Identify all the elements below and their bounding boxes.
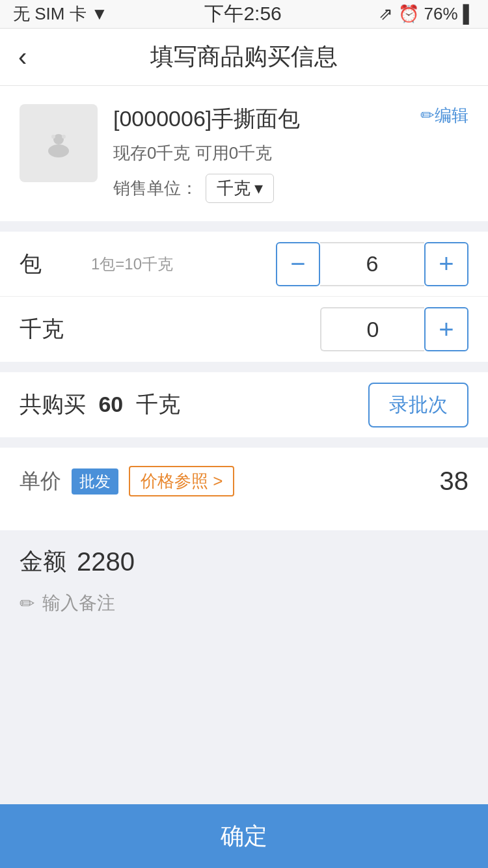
location-icon: ⇗ (379, 4, 393, 24)
kg-controls: + (320, 307, 468, 351)
price-badge: 批发 (72, 468, 118, 495)
status-time: 下午2:56 (204, 1, 281, 27)
confirm-button[interactable]: 确定 (221, 821, 267, 852)
kg-plus-button[interactable]: + (424, 307, 468, 351)
kg-label: 千克 (20, 314, 85, 344)
status-bar: 无 SIM 卡 ▼ 下午2:56 ⇗ ⏰ 76% ▌ (0, 0, 488, 29)
amount-value: 2280 (77, 547, 135, 576)
unit-dropdown[interactable]: 千克 ▾ (206, 174, 274, 203)
svg-point-1 (48, 144, 69, 157)
summary-section: 共购买 60 千克 录批次 (0, 372, 488, 437)
quantity-input-section: 包 1包=10千克 − + 千克 + (0, 232, 488, 362)
note-placeholder: 输入备注 (42, 591, 115, 616)
kg-input[interactable] (320, 307, 424, 351)
status-right: ⇗ ⏰ 76% ▌ (379, 4, 475, 24)
package-controls: − + (276, 242, 468, 286)
kg-row: 千克 + (0, 297, 488, 362)
amount-row: 金额 2280 (20, 546, 468, 578)
page-title: 填写商品购买信息 (150, 41, 338, 73)
amount-section: 金额 2280 ✏ 输入备注 (0, 530, 488, 634)
alarm-icon: ⏰ (398, 4, 419, 24)
battery-label: 76% (424, 4, 458, 24)
package-label: 包 (20, 249, 85, 279)
bottom-spacer (0, 634, 488, 829)
dropdown-arrow-icon: ▾ (254, 178, 263, 198)
unit-label: 销售单位： (113, 177, 198, 200)
package-row: 包 1包=10千克 − + (0, 232, 488, 297)
summary-amount: 60 (98, 392, 123, 416)
product-image (20, 104, 98, 182)
product-stock: 现存0千克 可用0千克 (113, 142, 468, 165)
price-value: 38 (440, 467, 469, 496)
price-reference-button[interactable]: 价格参照 > (129, 466, 234, 496)
package-minus-button[interactable]: − (276, 242, 320, 286)
product-info: [0000006]手撕面包 ✏编辑 现存0千克 可用0千克 销售单位： 千克 ▾ (113, 104, 468, 203)
status-left: 无 SIM 卡 ▼ (13, 3, 108, 25)
package-sub-label: 1包=10千克 (91, 254, 173, 275)
no-sim-label: 无 SIM 卡 ▼ (13, 3, 108, 25)
battery-icon: ▌ (463, 4, 475, 24)
product-name: [0000006]手撕面包 (113, 104, 300, 134)
price-label: 单价 (20, 467, 61, 496)
price-section: 单价 批发 价格参照 > 38 (0, 448, 488, 530)
summary-text: 共购买 60 千克 (20, 390, 180, 420)
svg-point-2 (51, 135, 55, 139)
note-edit-icon: ✏ (20, 593, 34, 614)
note-row[interactable]: ✏ 输入备注 (20, 591, 468, 616)
amount-label: 金额 (20, 546, 66, 578)
nav-bar: ‹ 填写商品购买信息 (0, 29, 488, 86)
back-button[interactable]: ‹ (18, 42, 27, 72)
product-unit-row: 销售单位： 千克 ▾ (113, 174, 468, 203)
price-row: 单价 批发 价格参照 > 38 (20, 466, 468, 496)
package-plus-button[interactable]: + (424, 242, 468, 286)
edit-button[interactable]: ✏编辑 (420, 104, 468, 127)
confirm-bar[interactable]: 确定 (0, 804, 488, 868)
package-input[interactable] (320, 242, 424, 286)
svg-point-3 (62, 135, 66, 139)
product-section: [0000006]手撕面包 ✏编辑 现存0千克 可用0千克 销售单位： 千克 ▾ (0, 86, 488, 221)
record-batch-button[interactable]: 录批次 (368, 383, 468, 427)
